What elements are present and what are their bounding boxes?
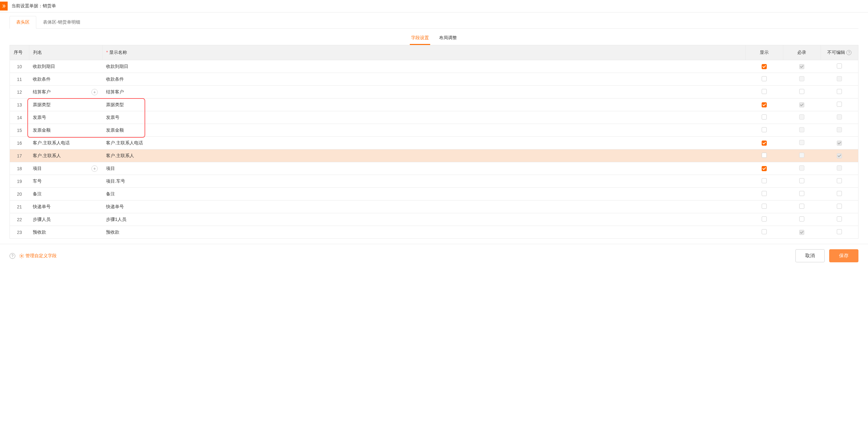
required-checkbox[interactable]	[799, 89, 804, 94]
row-display-name[interactable]: 预收款	[102, 226, 745, 239]
table-row: 15发票金额发票金额	[10, 124, 858, 137]
row-display-name[interactable]: 备注	[102, 188, 745, 200]
expand-sidebar-button[interactable]	[0, 2, 8, 10]
show-checkbox[interactable]	[762, 191, 767, 196]
svg-point-0	[21, 255, 22, 257]
tab-secondary-1[interactable]: 布局调整	[438, 33, 458, 45]
row-display-name[interactable]: 票据类型	[102, 98, 745, 111]
table-row: 19车号项目.车号	[10, 175, 858, 188]
show-checkbox[interactable]	[762, 89, 767, 94]
required-checkbox	[799, 102, 804, 107]
header-bar: 当前设置单据：销货单	[0, 0, 868, 12]
show-checkbox[interactable]	[762, 204, 767, 209]
row-seq: 18	[10, 162, 29, 175]
required-checkbox[interactable]	[799, 191, 804, 196]
show-checkbox[interactable]	[762, 76, 767, 81]
row-field-name: 步骤人员	[29, 213, 102, 226]
table-row: 21快递单号快递单号	[10, 200, 858, 213]
show-checkbox[interactable]	[762, 153, 767, 158]
readonly-checkbox	[837, 165, 842, 171]
required-asterisk: *	[106, 50, 108, 55]
show-checkbox[interactable]	[762, 141, 767, 146]
tab-primary-0[interactable]: 表头区	[9, 16, 36, 29]
row-field-name: 发票号	[29, 111, 102, 124]
required-checkbox	[799, 230, 804, 235]
show-checkbox[interactable]	[762, 127, 767, 132]
show-checkbox[interactable]	[762, 64, 767, 69]
row-field-name: 发票金额	[29, 124, 102, 137]
manage-custom-fields-link[interactable]: 管理自定义字段	[19, 253, 57, 259]
cancel-button[interactable]: 取消	[796, 249, 825, 262]
readonly-checkbox	[837, 153, 842, 159]
row-seq: 20	[10, 188, 29, 200]
tab-primary-1[interactable]: 表体区-销货单明细	[36, 16, 87, 29]
show-checkbox[interactable]	[762, 178, 767, 183]
readonly-checkbox[interactable]	[837, 178, 842, 183]
help-icon[interactable]: ?	[846, 50, 851, 55]
table-row: 10收款到期日收款到期日	[10, 60, 858, 73]
row-display-name[interactable]: 项目.车号	[102, 175, 745, 188]
gear-icon	[19, 253, 24, 258]
readonly-checkbox[interactable]	[837, 217, 842, 222]
required-checkbox[interactable]	[799, 178, 804, 183]
readonly-checkbox[interactable]	[837, 191, 842, 196]
readonly-checkbox[interactable]	[837, 89, 842, 94]
required-checkbox	[799, 76, 804, 81]
col-header-seq: 序号	[10, 45, 29, 60]
table-row: 23预收款预收款	[10, 226, 858, 239]
row-display-name[interactable]: 收款到期日	[102, 60, 745, 73]
readonly-checkbox	[837, 141, 842, 146]
row-field-name: 项目+	[29, 162, 102, 175]
row-field-name: 客户.主联系人电话	[29, 137, 102, 149]
row-display-name[interactable]: 快递单号	[102, 200, 745, 213]
required-checkbox[interactable]	[799, 204, 804, 209]
row-seq: 22	[10, 213, 29, 226]
row-display-name[interactable]: 客户.主联系人电话	[102, 137, 745, 149]
col-header-show: 显示	[745, 45, 783, 60]
table-row: 17客户.主联系人客户.主联系人	[10, 149, 858, 162]
show-checkbox[interactable]	[762, 229, 767, 234]
plus-icon[interactable]: +	[91, 165, 98, 172]
plus-icon[interactable]: +	[91, 89, 98, 95]
row-field-name: 收款到期日	[29, 60, 102, 73]
row-display-name[interactable]: 步骤1人员	[102, 213, 745, 226]
required-checkbox	[799, 140, 804, 145]
required-checkbox	[799, 127, 804, 132]
table-row: 13票据类型票据类型	[10, 98, 858, 111]
secondary-tabs: 字段设置布局调整	[9, 29, 859, 45]
required-checkbox	[799, 165, 804, 171]
readonly-checkbox	[837, 76, 842, 81]
row-field-name: 收款条件	[29, 73, 102, 86]
row-display-name[interactable]: 客户.主联系人	[102, 149, 745, 162]
row-seq: 21	[10, 200, 29, 213]
row-field-name: 结算客户+	[29, 86, 102, 98]
help-icon[interactable]: ?	[9, 253, 15, 259]
row-display-name[interactable]: 项目	[102, 162, 745, 175]
table-row: 11收款条件收款条件	[10, 73, 858, 86]
row-field-name: 预收款	[29, 226, 102, 239]
readonly-checkbox[interactable]	[837, 229, 842, 234]
row-display-name[interactable]: 发票号	[102, 111, 745, 124]
page-title: 当前设置单据：销货单	[8, 0, 60, 12]
show-checkbox[interactable]	[762, 114, 767, 119]
col-header-required: 必录	[783, 45, 820, 60]
readonly-checkbox	[837, 127, 842, 132]
row-display-name[interactable]: 发票金额	[102, 124, 745, 137]
row-display-name[interactable]: 收款条件	[102, 73, 745, 86]
readonly-checkbox[interactable]	[837, 102, 842, 107]
row-field-name: 车号	[29, 175, 102, 188]
save-button[interactable]: 保存	[829, 249, 859, 262]
show-checkbox[interactable]	[762, 102, 767, 107]
table-row: 16客户.主联系人电话客户.主联系人电话	[10, 137, 858, 149]
custom-fields-label: 管理自定义字段	[26, 253, 57, 259]
tab-secondary-0[interactable]: 字段设置	[410, 33, 430, 45]
show-checkbox[interactable]	[762, 217, 767, 222]
footer: ? 管理自定义字段 取消 保存	[0, 244, 868, 267]
row-display-name[interactable]: 结算客户	[102, 86, 745, 98]
field-table: 序号 列名 *显示名称 显示 必录 不可编辑? 10收款到期日收款到期日11收款…	[10, 45, 858, 239]
readonly-checkbox[interactable]	[837, 63, 842, 68]
required-checkbox[interactable]	[799, 217, 804, 222]
readonly-checkbox[interactable]	[837, 204, 842, 209]
table-row: 20备注备注	[10, 188, 858, 200]
show-checkbox[interactable]	[762, 166, 767, 171]
